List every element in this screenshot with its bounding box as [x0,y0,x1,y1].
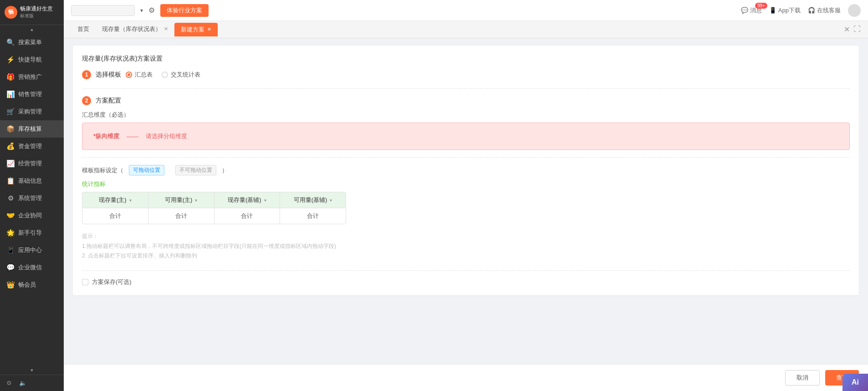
sidebar-item-app-center[interactable]: 📱 应用中心 [0,242,64,259]
sidebar-audio-icon[interactable]: 🔈 [19,380,26,386]
radio-cross-label: 交叉统计表 [171,71,200,79]
save-checkbox[interactable] [82,279,88,285]
sidebar-item-basic-info[interactable]: 📋 基础信息 [0,172,64,190]
radio-summary[interactable]: 汇总表 [126,71,153,79]
sidebar-item-finance[interactable]: 💰 资金管理 [0,138,64,155]
sidebar-icon-app-center: 📱 [6,246,15,254]
sidebar-item-new-guide[interactable]: 🌟 新手引导 [0,224,64,242]
tab-home[interactable]: 首页 [71,21,96,38]
sidebar-label-system: 系统管理 [18,194,42,202]
sidebar-label-search: 搜索菜单 [18,38,42,46]
app-name: 畅康通好生意 [20,5,53,13]
sidebar-icon-enterprise-wechat: 💬 [6,263,15,272]
sidebar-icon-inventory: 📦 [6,125,15,133]
sidebar-item-vip[interactable]: 👑 畅会员 [0,276,64,293]
stats-col-0-label: 现存量(主) [99,196,127,204]
sidebar-item-marketing[interactable]: 🎁 营销推广 [0,68,64,86]
sidebar-icon-finance: 💰 [6,142,15,150]
tab-inventory[interactable]: 现存量（库存状况表） ✕ [96,21,174,38]
trial-button[interactable]: 体验行业方案 [160,4,209,17]
sidebar-item-sales[interactable]: 📊 销售管理 [0,86,64,103]
main-area: ▾ ⚙ 体验行业方案 💬 消息 99+ 📱 App下载 🎧 在线客服 首页 [64,0,868,391]
stats-col-1: 可用量(主) ▾ [148,192,214,208]
stats-col-2-label: 现存量(基辅) [228,196,261,204]
no-drag-tag: 不可拖动位置 [175,165,216,175]
app-logo-icon: 畅 [5,6,17,19]
indicator-setting-prefix: 模板指标设定（ [82,166,123,175]
step1-badge: 1 [82,70,91,79]
phone-icon: 📱 [769,7,776,14]
sidebar-item-enterprise-wechat[interactable]: 💬 企业微信 [0,259,64,276]
sidebar-label-inventory: 库存核算 [18,125,42,133]
stats-table-header: 现存量(主) ▾ 可用量(主) ▾ 现存量(基辅) ▾ [82,192,346,208]
step2-header: 2 方案配置 [82,96,850,105]
stats-col-0-dropdown[interactable]: ▾ [129,198,132,203]
app-download-label: App下载 [778,6,801,15]
indicator-label: 模板指标设定（ 可拖动位置 不可拖动位置 ） [82,165,850,175]
stats-col-1-dropdown[interactable]: ▾ [195,198,197,203]
search-input[interactable] [71,5,135,16]
sidebar-item-search[interactable]: 🔍 搜索菜单 [0,34,64,51]
sidebar-item-system[interactable]: ⚙ 系统管理 [0,190,64,207]
content-area: 现存量(库存状况表)方案设置 1 选择模板 汇总表 交叉统计表 [64,38,868,364]
sidebar-label-app-center: 应用中心 [18,246,42,254]
tips-section: 提示： 1.拖动标题栏可以调整布局，不可跨维度或指标区域拖动栏目字段(只能在同一… [82,232,850,261]
sidebar-item-quick-nav[interactable]: ⚡ 快捷导航 [0,51,64,68]
draggable-tag: 可拖动位置 [129,165,164,175]
divider-3 [82,270,850,271]
tabbar: 首页 现存量（库存状况表） ✕ 新建方案 ✕ ✕ ⛶ [64,21,868,38]
sidebar-item-operations[interactable]: 📈 经营管理 [0,155,64,172]
sidebar-scroll-down[interactable]: ▼ [0,366,64,375]
sidebar-item-purchase[interactable]: 🛒 采购管理 [0,103,64,120]
ai-float-button[interactable]: Ai [842,374,868,391]
sidebar-settings-icon[interactable]: ⚙ [6,380,12,386]
headset-icon: 🎧 [808,7,815,14]
step1-section: 1 选择模板 汇总表 交叉统计表 [82,70,850,79]
tab-home-label: 首页 [77,25,89,33]
sidebar-icon-operations: 📈 [6,159,15,168]
radio-cross[interactable]: 交叉统计表 [162,71,200,79]
sidebar-scroll-up[interactable]: ▲ [0,25,64,34]
sidebar-label-vip: 畅会员 [18,281,36,289]
dimension-box[interactable]: *纵向维度 —— 请选择分组维度 [82,123,850,150]
sidebar-label-basic-info: 基础信息 [18,177,42,185]
topbar-left: ▾ ⚙ 体验行业方案 [71,4,209,17]
stats-table-row-0: 合计 合计 合计 合计 [82,208,346,224]
tab-new-scheme[interactable]: 新建方案 ✕ [174,23,218,36]
sidebar-icon-system: ⚙ [6,194,15,202]
sidebar-item-cooperation[interactable]: 🤝 企业协同 [0,207,64,224]
topbar-right: 💬 消息 99+ 📱 App下载 🎧 在线客服 [741,4,861,17]
page-title: 现存量(库存状况表)方案设置 [82,55,850,63]
stats-col-2: 现存量(基辅) ▾ [214,192,281,208]
message-badge[interactable]: 💬 消息 99+ [741,6,762,15]
tab-collapse-icon[interactable]: ✕ [844,25,850,34]
tab-expand-icon[interactable]: ⛶ [853,25,861,34]
stats-cell-0-2: 合计 [214,208,281,224]
sidebar-label-quick-nav: 快捷导航 [18,56,42,64]
user-avatar[interactable] [848,4,861,17]
online-service-label: 在线客服 [817,6,841,15]
radio-summary-circle [126,72,132,78]
radio-summary-label: 汇总表 [135,71,153,79]
tips-item-1: 2. 点击标题栏下拉可设置排序、插入列和删除列 [82,251,850,261]
online-service[interactable]: 🎧 在线客服 [808,6,841,15]
gear-icon[interactable]: ⚙ [148,6,155,15]
stats-col-2-dropdown[interactable]: ▾ [264,198,266,203]
sidebar-label-operations: 经营管理 [18,159,42,168]
tab-new-scheme-close[interactable]: ✕ [207,26,211,32]
stats-cell-0-0: 合计 [82,208,148,224]
sidebar-item-inventory[interactable]: 📦 库存核算 [0,120,64,138]
stats-section-label: 统计指标 [82,180,850,188]
radio-cross-circle [162,72,168,78]
app-download[interactable]: 📱 App下载 [769,6,801,15]
stats-col-3-dropdown[interactable]: ▾ [330,198,332,203]
stats-cell-0-1: 合计 [148,208,214,224]
tab-inventory-close[interactable]: ✕ [164,26,168,32]
cancel-button[interactable]: 取消 [785,370,820,386]
dropdown-icon[interactable]: ▾ [140,7,143,14]
sidebar-label-new-guide: 新手引导 [18,229,42,237]
message-count: 99+ [755,3,767,9]
step2-label: 方案配置 [96,97,121,105]
sidebar-logo: 畅 畅康通好生意 标准版 [0,0,64,25]
sidebar-icon-cooperation: 🤝 [6,211,15,220]
